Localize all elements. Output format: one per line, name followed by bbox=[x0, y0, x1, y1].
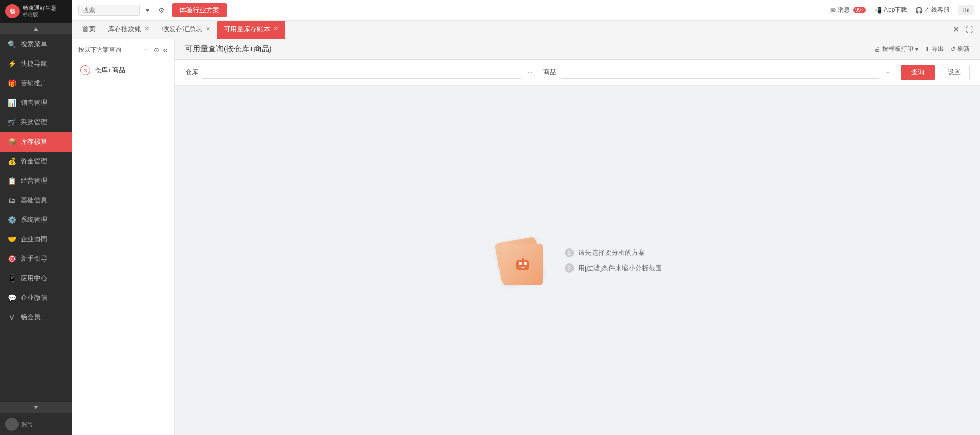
svg-rect-3 bbox=[521, 267, 525, 268]
scheme-item-warehouse-product[interactable]: ⊙ 仓库+商品 bbox=[72, 61, 174, 80]
sidebar-item-label: 销售管理 bbox=[21, 98, 47, 107]
sidebar-scroll-down[interactable]: ▼ bbox=[0, 402, 72, 413]
page-title: 可用量查询(按仓库+商品) bbox=[185, 44, 272, 54]
tab-home-label: 首页 bbox=[82, 25, 96, 34]
tab-batch-account-close[interactable]: ✕ bbox=[143, 25, 150, 33]
scheme-icon: ⊙ bbox=[80, 65, 90, 75]
newbie-icon: 🎯 bbox=[7, 254, 16, 263]
product-more-btn[interactable]: ··· bbox=[883, 68, 893, 77]
system-icon: ⚙️ bbox=[7, 215, 16, 224]
trial-btn[interactable]: 体验行业方案 bbox=[172, 3, 227, 17]
export-btn[interactable]: ⬆ 导出 bbox=[924, 45, 944, 53]
tab-available-qty-close[interactable]: ✕ bbox=[272, 25, 279, 33]
sidebar-item-appstore[interactable]: 📱 应用中心 bbox=[0, 269, 72, 288]
warehouse-filter: 仓库 ··· bbox=[185, 66, 535, 79]
sidebar-header: 畅 畅康通好生意 标准版 bbox=[0, 0, 72, 23]
page-header-actions: 🖨 按模板打印 ▾ ⬆ 导出 ↺ 刷新 bbox=[874, 45, 970, 53]
shortcut-icon: ⚡ bbox=[7, 59, 16, 68]
setting-btn[interactable]: 设置 bbox=[939, 65, 970, 80]
chart-icon: 📊 bbox=[7, 98, 16, 107]
sidebar-item-search[interactable]: 🔍 搜索菜单 bbox=[0, 34, 72, 54]
sidebar-item-purchase[interactable]: 🛒 采购管理 bbox=[0, 112, 72, 132]
svg-rect-1 bbox=[519, 262, 522, 265]
avatar bbox=[5, 418, 19, 431]
sidebar-item-operation[interactable]: 📋 经营管理 bbox=[0, 171, 72, 191]
step-1: 1 bbox=[565, 248, 574, 257]
sidebar-scroll-up[interactable]: ▲ bbox=[0, 23, 72, 34]
tab-collect-summary[interactable]: 收发存汇总表 ✕ bbox=[156, 21, 217, 39]
hint-item-1: 1 请先选择要分析的方案 bbox=[565, 248, 662, 257]
online-service-label: 在线客服 bbox=[925, 6, 950, 14]
tab-collect-summary-close[interactable]: ✕ bbox=[205, 25, 211, 33]
edit-scheme-btn[interactable]: ⊙ bbox=[153, 44, 160, 55]
sidebar-nav: 🔍 搜索菜单 ⚡ 快捷导航 🎁 营销推广 📊 销售管理 🛒 采购管理 📦 库存核… bbox=[0, 34, 72, 402]
sidebar-item-label: 采购管理 bbox=[21, 118, 47, 127]
tab-home[interactable]: 首页 bbox=[76, 21, 102, 39]
tab-collect-summary-label: 收发存汇总表 bbox=[162, 25, 202, 34]
product-input[interactable] bbox=[561, 66, 879, 79]
enterprise-icon: 🤝 bbox=[7, 235, 16, 244]
refresh-icon: ↺ bbox=[950, 46, 955, 53]
sidebar-item-enterprise[interactable]: 🤝 企业协同 bbox=[0, 230, 72, 249]
sidebar-user: 账号 bbox=[22, 421, 33, 428]
tab-batch-account-label: 库存批次账 bbox=[108, 25, 141, 34]
message-icon: ✉ bbox=[830, 7, 836, 14]
hint-text-1: 请先选择要分析的方案 bbox=[578, 248, 645, 257]
inventory-icon: 📦 bbox=[7, 137, 16, 146]
sidebar-item-system[interactable]: ⚙️ 系统管理 bbox=[0, 210, 72, 230]
print-dropdown-icon: ▾ bbox=[915, 46, 918, 53]
print-btn[interactable]: 🖨 按模板打印 ▾ bbox=[874, 45, 918, 53]
filter-row: 仓库 ··· 商品 ··· 查询 设置 bbox=[175, 60, 980, 86]
member-icon: V bbox=[7, 313, 16, 322]
warehouse-more-btn[interactable]: ··· bbox=[525, 68, 534, 77]
sidebar-item-label: 新手引导 bbox=[21, 254, 47, 263]
messages-label: 消息 bbox=[838, 6, 850, 14]
sidebar-item-basic[interactable]: 🗂 基础信息 bbox=[0, 191, 72, 210]
query-btn[interactable]: 查询 bbox=[901, 65, 935, 80]
topbar-gear-btn[interactable]: ⚙ bbox=[155, 5, 168, 15]
download-icon: 📲 bbox=[874, 7, 882, 14]
sidebar-item-newbie[interactable]: 🎯 新手引导 bbox=[0, 249, 72, 269]
sidebar-footer[interactable]: 账号 bbox=[0, 413, 72, 435]
print-icon: 🖨 bbox=[874, 46, 880, 53]
sidebar-item-wechat[interactable]: 💬 企业微信 bbox=[0, 288, 72, 308]
warehouse-input[interactable] bbox=[202, 66, 521, 79]
sidebar-item-shortcut[interactable]: ⚡ 快捷导航 bbox=[0, 54, 72, 73]
sidebar-item-inventory[interactable]: 📦 库存核算 bbox=[0, 132, 72, 152]
sidebar-item-label: 畅会员 bbox=[21, 313, 41, 322]
export-label: 导出 bbox=[932, 45, 944, 53]
sidebar-item-marketing[interactable]: 🎁 营销推广 bbox=[0, 73, 72, 93]
right-panel: 可用量查询(按仓库+商品) 🖨 按模板打印 ▾ ⬆ 导出 ↺ 刷新 bbox=[175, 39, 980, 435]
left-panel-tools: ＋ ⊙ « bbox=[142, 44, 168, 55]
topbar-right: ✉ 消息 99+ 📲 App下载 🎧 在线客服 Rit bbox=[830, 5, 974, 15]
collapse-btn[interactable]: « bbox=[162, 44, 168, 55]
refresh-label: 刷新 bbox=[957, 45, 970, 53]
basic-icon: 🗂 bbox=[7, 196, 16, 205]
online-service-btn[interactable]: 🎧 在线客服 bbox=[915, 6, 950, 14]
cart-icon: 🛒 bbox=[7, 118, 16, 127]
sidebar-item-finance[interactable]: 💰 资金管理 bbox=[0, 152, 72, 171]
sidebar-item-label: 快捷导航 bbox=[21, 59, 47, 68]
add-scheme-btn[interactable]: ＋ bbox=[142, 44, 151, 55]
tab-batch-account[interactable]: 库存批次账 ✕ bbox=[102, 21, 156, 39]
content-area: 按以下方案查询 ＋ ⊙ « ⊙ 仓库+商品 可用量查询(按仓库+商品) 🖨 bbox=[72, 39, 980, 435]
sidebar-item-member[interactable]: V 畅会员 bbox=[0, 308, 72, 327]
left-panel-title: 按以下方案查询 bbox=[78, 46, 121, 54]
app-download-btn[interactable]: 📲 App下载 bbox=[874, 6, 907, 14]
topbar-dropdown-btn[interactable]: ▾ bbox=[144, 6, 151, 15]
finance-icon: 💰 bbox=[7, 157, 16, 166]
topbar-search-input[interactable] bbox=[78, 5, 140, 16]
brand-edition: 标准版 bbox=[23, 11, 57, 18]
export-icon: ⬆ bbox=[924, 46, 930, 53]
sidebar-item-label: 搜索菜单 bbox=[21, 40, 47, 49]
step-2: 2 bbox=[565, 263, 574, 273]
tabs-close-all-btn[interactable]: ✕ bbox=[950, 24, 963, 35]
messages-btn[interactable]: ✉ 消息 99+ bbox=[830, 6, 866, 14]
product-label: 商品 bbox=[543, 68, 557, 77]
sidebar-item-sales[interactable]: 📊 销售管理 bbox=[0, 93, 72, 112]
empty-hints: 1 请先选择要分析的方案 2 用[过滤]条件来缩小分析范围 bbox=[565, 248, 662, 273]
refresh-btn[interactable]: ↺ 刷新 bbox=[950, 45, 970, 53]
tab-available-qty-label: 可用量库存账本 bbox=[224, 25, 270, 34]
tabs-expand-btn[interactable]: ⛶ bbox=[963, 25, 976, 35]
tab-available-qty[interactable]: 可用量库存账本 ✕ bbox=[217, 21, 285, 39]
